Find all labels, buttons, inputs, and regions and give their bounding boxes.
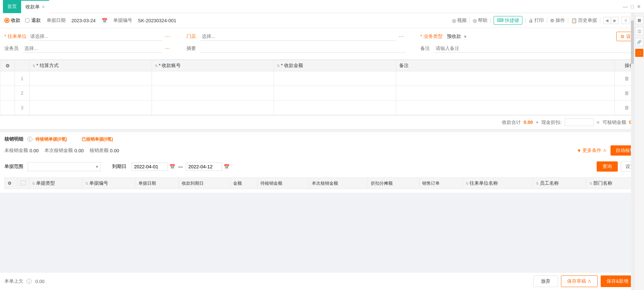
more-filter-btn[interactable]: ▼ 更多条件 ∧ <box>577 147 607 154</box>
business-type-label: * 业务类型 <box>420 33 443 40</box>
row1-account[interactable] <box>152 71 274 86</box>
window-close-btn[interactable]: ✕ <box>637 4 641 9</box>
row3-remark[interactable] <box>396 101 615 115</box>
video-btn[interactable]: ◎ 视频 <box>452 17 467 24</box>
net-label: 可核销金额 <box>602 119 626 126</box>
btcol-checkbox <box>18 178 29 189</box>
sidebar-capture-icon[interactable]: ⬚ <box>635 49 643 57</box>
select-all-checkbox[interactable] <box>21 180 26 185</box>
row2-payment[interactable] <box>30 86 152 101</box>
discard-btn[interactable]: 放弃 <box>533 275 558 287</box>
gear-icon: ⚙ <box>620 34 625 39</box>
table-col-settings[interactable]: ⚙ <box>0 60 15 71</box>
home-tab[interactable]: 首页 <box>3 0 21 13</box>
store-more-btn[interactable]: ··· <box>397 33 406 40</box>
summary-input[interactable] <box>200 44 406 53</box>
counterparty-input[interactable] <box>29 32 163 41</box>
sales-rep-more-btn[interactable]: ··· <box>163 45 172 52</box>
current-stat: 本次核销金额 0.00 <box>44 147 83 154</box>
row3-amount[interactable] <box>274 101 396 115</box>
print-btn[interactable]: 🖨 打印 <box>529 17 544 24</box>
btcol-settings[interactable]: ⚙ <box>5 178 18 189</box>
minimize-btn[interactable]: — <box>623 4 628 9</box>
table-col-account: * 收款账号 <box>152 60 274 71</box>
date-from-calendar-icon[interactable]: 📅 <box>169 164 175 169</box>
prev-arrow-btn[interactable]: ◀ <box>603 17 610 24</box>
row3-delete-icon[interactable]: 🗑 <box>624 105 629 111</box>
data-table-section: ⚙ * 结算方式 * 收款账号 * 收款金额 备注 操作 1 🗑 <box>0 60 644 115</box>
table-header-row: ⚙ * 结算方式 * 收款账号 * 收款金额 备注 操作 <box>0 60 644 71</box>
scroll-thumb[interactable] <box>631 20 634 64</box>
operation-btn[interactable]: ⚙ 操作 <box>550 17 565 24</box>
row2-remark[interactable] <box>396 86 615 101</box>
row1-payment[interactable] <box>30 71 152 86</box>
btcol-pending: 待核销金额 <box>257 178 309 189</box>
btcol-duedate: 收款到期日 <box>179 178 230 189</box>
completed-tab[interactable]: 已核销单据(0笔) <box>82 136 113 142</box>
counterparty-label: * 往来单位 <box>4 33 27 40</box>
counterparty-more-btn[interactable]: ··· <box>163 33 172 40</box>
pending-tab[interactable]: 待核销单据(0笔) <box>35 136 67 142</box>
home-tab-label: 首页 <box>7 3 17 10</box>
list-view-btn[interactable]: ≡ <box>621 17 630 24</box>
due-date-label: 到期日 <box>112 163 126 170</box>
btcol-counterparty: 往来单位名称 <box>462 178 533 189</box>
row2-amount[interactable] <box>274 86 396 101</box>
nav-arrow-group: ◀ ▶ <box>603 17 619 24</box>
sidebar-layout-icon[interactable]: ◫ <box>635 27 643 35</box>
date-from-input[interactable] <box>131 162 168 171</box>
row1-remark[interactable] <box>396 71 615 86</box>
history-btn[interactable]: 📋 历史单据 <box>571 17 597 24</box>
business-type-dropdown-icon[interactable]: ▾ <box>464 34 467 39</box>
form-row-2: 业务员 ··· 摘要 备注 <box>4 44 640 53</box>
range-dropdown-icon[interactable]: ▾ <box>96 164 98 169</box>
refund-radio-dot <box>25 18 30 23</box>
row3-payment[interactable] <box>30 101 152 115</box>
row3-num: 3 <box>15 101 30 115</box>
range-select-input[interactable] <box>28 162 101 171</box>
row2-delete-icon[interactable]: 🗑 <box>624 90 629 96</box>
sidebar-table-icon[interactable]: ▦ <box>635 16 643 24</box>
form-row-1: * 往来单位 ··· 门店 ··· * 业务类型 预收款 ▾ ⚙ 设置 <box>4 32 640 41</box>
help-btn[interactable]: ◎ 帮助 <box>473 17 487 24</box>
maximize-btn[interactable]: □ <box>631 4 634 9</box>
sales-rep-input[interactable] <box>23 44 163 53</box>
row1-delete-icon[interactable]: 🗑 <box>624 76 629 82</box>
divider-6 <box>600 17 600 23</box>
remark-input[interactable] <box>434 44 640 53</box>
active-tab[interactable]: 收款单 × <box>21 0 49 13</box>
btcol-doctype: 单据类型 <box>29 178 82 189</box>
divider-1 <box>470 17 470 23</box>
receipt-radio-item[interactable]: 收款 <box>4 17 20 24</box>
filter-icon: ▼ <box>577 148 582 153</box>
refund-radio-item[interactable]: 退款 <box>25 17 41 24</box>
verif-filter-row: 单据范围 ▾ 到期日 📅 — 📅 查询 设置 <box>4 158 640 175</box>
sales-rep-label: 业务员 <box>4 45 19 52</box>
next-arrow-btn[interactable]: ▶ <box>611 17 619 24</box>
unrec-value: 0.00 <box>30 148 39 153</box>
table-row: 2 🗑 ⧉ <box>0 86 644 101</box>
verif-info-icon[interactable]: i <box>27 137 32 142</box>
plus-label: + <box>536 119 539 125</box>
calendar-icon[interactable]: 📅 <box>102 18 107 23</box>
row2-account[interactable] <box>152 86 274 101</box>
row3-settings <box>0 101 15 115</box>
bottom-action-btns: 放弃 保存草稿 ∧ 保存&新增 ∧ <box>533 275 640 287</box>
date-to-calendar-icon[interactable]: 📅 <box>224 164 229 169</box>
video-label: 视频 <box>457 17 467 24</box>
keyboard-icon: ⌨ <box>497 17 504 23</box>
save-draft-btn[interactable]: 保存草稿 ∧ <box>561 275 598 287</box>
query-btn[interactable]: 查询 <box>597 161 618 172</box>
stat-info-icon[interactable]: i <box>27 279 32 284</box>
row1-amount[interactable] <box>274 71 396 86</box>
close-tab-btn[interactable]: × <box>42 4 45 9</box>
row1-num: 1 <box>15 71 30 86</box>
bottom-stat: 本单上欠 i 0.00 <box>4 278 44 285</box>
date-to-input[interactable] <box>186 162 222 171</box>
date-value[interactable]: 2023-03-24 <box>71 18 96 23</box>
row3-account[interactable] <box>152 101 274 115</box>
sidebar-link-icon[interactable]: 🔗 <box>635 38 643 46</box>
store-input[interactable] <box>200 32 397 41</box>
shortcut-btn[interactable]: ⌨ 快捷键 <box>494 16 522 25</box>
discount-input[interactable] <box>565 118 594 126</box>
